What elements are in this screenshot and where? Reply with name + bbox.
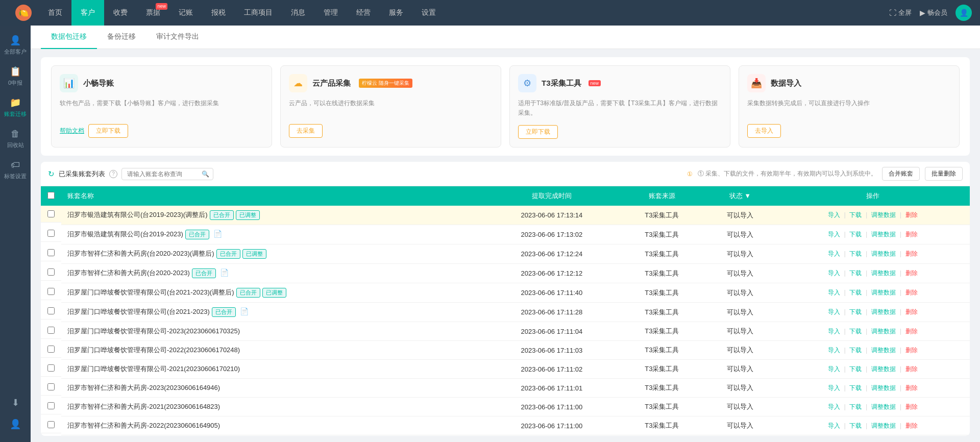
row-checkbox[interactable] [47, 307, 55, 314]
row-op-调整数据[interactable]: 调整数据 [871, 250, 896, 257]
sidebar-item-recycle[interactable]: 🗑 回收站 [1, 124, 30, 153]
row-op-调整数据[interactable]: 调整数据 [871, 289, 896, 296]
row-op-导入[interactable]: 导入 [828, 422, 840, 429]
table-scroll[interactable]: 账套名称 提取完成时间 账套来源 状态 ▼ 操作 汨罗市银浩建筑有限公司(台20… [41, 186, 970, 436]
row-op-下载[interactable]: 下载 [849, 250, 862, 257]
sidebar-item-tag-setting[interactable]: 🏷 标签设置 [1, 155, 30, 184]
row-op-导入[interactable]: 导入 [828, 308, 840, 315]
xiaochangzhang-help-link[interactable]: 帮助文档 [60, 127, 84, 135]
row-op-删除[interactable]: 删除 [905, 289, 918, 296]
row-op-下载[interactable]: 下载 [849, 403, 862, 410]
member-btn[interactable]: ▶ 畅会员 [920, 8, 947, 17]
nav-item-bookkeep[interactable]: 记账 [169, 0, 202, 26]
row-op-调整数据[interactable]: 调整数据 [871, 403, 896, 410]
tab-data-migration[interactable]: 数据包迁移 [41, 26, 97, 49]
col-time[interactable]: 提取完成时间 [484, 186, 619, 206]
row-op-调整数据[interactable]: 调整数据 [871, 365, 896, 373]
row-op-下载[interactable]: 下载 [849, 289, 862, 296]
xiaochangzhang-download-btn[interactable]: 立即下载 [88, 124, 128, 138]
row-op-导入[interactable]: 导入 [828, 403, 840, 410]
search-input[interactable] [121, 168, 213, 180]
row-op-调整数据[interactable]: 调整数据 [871, 328, 896, 335]
help-question-icon[interactable]: ? [109, 170, 117, 178]
row-op-导入[interactable]: 导入 [828, 269, 840, 277]
select-all-checkbox[interactable] [47, 192, 55, 199]
row-op-删除[interactable]: 删除 [905, 308, 918, 315]
batch-delete-btn[interactable]: 批量删除 [925, 167, 963, 181]
row-op-下载[interactable]: 下载 [849, 328, 862, 335]
col-status[interactable]: 状态 ▼ [704, 186, 775, 206]
row-op-删除[interactable]: 删除 [905, 365, 918, 373]
avatar[interactable]: 👤 [955, 5, 972, 21]
row-op-删除[interactable]: 删除 [905, 250, 918, 257]
row-op-调整数据[interactable]: 调整数据 [871, 231, 896, 238]
nav-item-message[interactable]: 消息 [282, 0, 314, 26]
row-op-删除[interactable]: 删除 [905, 384, 918, 391]
nav-item-tax[interactable]: 报税 [202, 0, 235, 26]
nav-item-invoice[interactable]: 票据 new [137, 0, 169, 26]
row-op-删除[interactable]: 删除 [905, 211, 918, 218]
fullscreen-btn[interactable]: ⛶ 全屏 [889, 8, 912, 17]
row-op-调整数据[interactable]: 调整数据 [871, 269, 896, 277]
refresh-icon[interactable]: ↻ [48, 169, 55, 179]
row-op-调整数据[interactable]: 调整数据 [871, 384, 896, 391]
row-checkbox[interactable] [47, 346, 55, 353]
row-checkbox[interactable] [47, 402, 55, 409]
row-op-下载[interactable]: 下载 [849, 231, 862, 238]
row-op-下载[interactable]: 下载 [849, 308, 862, 315]
row-op-调整数据[interactable]: 调整数据 [871, 308, 896, 315]
nav-item-service[interactable]: 服务 [380, 0, 412, 26]
row-checkbox[interactable] [47, 230, 55, 237]
row-op-下载[interactable]: 下载 [849, 269, 862, 277]
sidebar-item-zero-report[interactable]: 📋 0申报 [1, 62, 30, 91]
sidebar-item-all-customers[interactable]: 👤 全部客户 [1, 31, 30, 60]
row-op-导入[interactable]: 导入 [828, 250, 840, 257]
row-op-导入[interactable]: 导入 [828, 328, 840, 335]
dataimport-import-btn[interactable]: 去导入 [747, 124, 781, 138]
row-op-导入[interactable]: 导入 [828, 384, 840, 391]
row-checkbox[interactable] [47, 249, 55, 256]
row-op-下载[interactable]: 下载 [849, 384, 862, 391]
row-op-导入[interactable]: 导入 [828, 211, 840, 218]
nav-item-home[interactable]: 首页 [39, 0, 71, 26]
sidebar-item-download[interactable]: ⬇ [1, 393, 30, 412]
tab-backup-migration[interactable]: 备份迁移 [97, 26, 146, 49]
row-op-删除[interactable]: 删除 [905, 347, 918, 354]
sidebar-item-account-migration[interactable]: 📁 账套迁移 [1, 93, 30, 122]
row-op-下载[interactable]: 下载 [849, 211, 862, 218]
logo-icon[interactable]: 🍋 [15, 5, 32, 21]
row-op-导入[interactable]: 导入 [828, 347, 840, 354]
row-op-下载[interactable]: 下载 [849, 422, 862, 429]
row-checkbox[interactable] [47, 383, 55, 390]
row-op-删除[interactable]: 删除 [905, 403, 918, 410]
row-op-调整数据[interactable]: 调整数据 [871, 422, 896, 429]
nav-item-customer[interactable]: 客户 [71, 0, 104, 26]
nav-item-charge[interactable]: 收费 [104, 0, 137, 26]
row-checkbox[interactable] [47, 288, 55, 295]
row-op-导入[interactable]: 导入 [828, 365, 840, 373]
nav-item-operation[interactable]: 经营 [347, 0, 380, 26]
row-checkbox[interactable] [47, 268, 55, 276]
row-checkbox[interactable] [47, 327, 55, 334]
row-op-删除[interactable]: 删除 [905, 328, 918, 335]
row-op-调整数据[interactable]: 调整数据 [871, 211, 896, 218]
row-checkbox[interactable] [47, 210, 55, 217]
col-checkbox[interactable] [41, 186, 61, 206]
nav-item-business[interactable]: 工商项目 [235, 0, 282, 26]
row-op-下载[interactable]: 下载 [849, 347, 862, 354]
yunproduct-collect-btn[interactable]: 去采集 [289, 124, 323, 138]
row-checkbox[interactable] [47, 421, 55, 428]
merge-accounts-btn[interactable]: 合并账套 [882, 167, 920, 181]
nav-item-setting[interactable]: 设置 [412, 0, 445, 26]
t3tool-download-btn[interactable]: 立即下载 [518, 125, 558, 139]
row-op-删除[interactable]: 删除 [905, 422, 918, 429]
sidebar-item-user[interactable]: 👤 [1, 414, 30, 434]
row-op-调整数据[interactable]: 调整数据 [871, 347, 896, 354]
row-op-删除[interactable]: 删除 [905, 231, 918, 238]
row-op-删除[interactable]: 删除 [905, 269, 918, 277]
row-checkbox[interactable] [47, 364, 55, 372]
row-op-下载[interactable]: 下载 [849, 365, 862, 373]
nav-item-manage[interactable]: 管理 [314, 0, 347, 26]
row-op-导入[interactable]: 导入 [828, 231, 840, 238]
tab-audit-export[interactable]: 审计文件导出 [146, 26, 209, 49]
